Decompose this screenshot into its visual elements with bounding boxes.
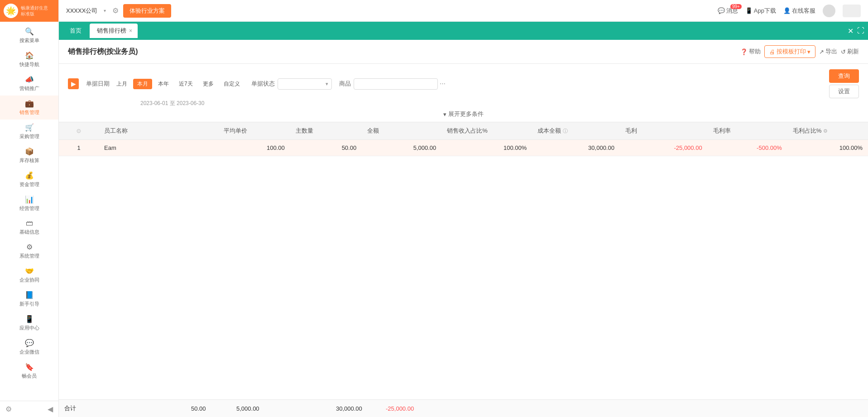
sidebar-item-快捷导航[interactable]: 🏠快捷导航 [0,48,58,72]
topbar-right: 💬 消息 99+ 📱 App下载 👤 在线客服 [718,5,861,17]
query-btn[interactable]: 查询 [829,69,859,83]
sidebar-item-畅会员[interactable]: 🔖畅会员 [0,359,58,383]
status-select[interactable] [278,78,332,90]
sidebar-item-新手引导[interactable]: 📘新手引导 [0,287,58,311]
app-download-btn[interactable]: 📱 App下载 [745,7,776,15]
sidebar-item-经营管理[interactable]: 📊经营管理 [0,192,58,216]
th-gross: 毛利 [620,122,708,140]
app-icon: 📱 [745,7,753,14]
status-filter: 单据状态 [251,78,332,90]
table-area: ⚙ 员工名称 平均单价 主数量 全额 销售收入占比% 成本全额 ⓘ 毛利 毛利率… [59,122,868,399]
date-this-btn[interactable]: 本月 [133,79,152,89]
tab-sales-ranking[interactable]: 销售排行榜 × [90,24,138,38]
goods-filter: 商品 ··· [339,78,446,90]
gpct-info-icon: ⚙ [823,128,828,134]
date-filter: 单据日期 上月 本月 本年 近7天 更多 自定义 [86,79,244,89]
footer-label: 合计 [64,404,155,412]
avatar[interactable] [823,5,835,17]
td-amount: 5,000.00 [362,140,441,156]
filter-bar: ▶ 单据日期 上月 本月 本年 近7天 更多 自定义 单据状态 [59,64,868,122]
th-avg: 平均单价 [218,122,290,140]
table-header-row: ⚙ 员工名称 平均单价 主数量 全额 销售收入占比% 成本全额 ⓘ 毛利 毛利率… [59,122,868,140]
page-header: 销售排行榜(按业务员) ❓ 帮助 🖨 按模板打印 ▾ ↗ 导出 ↺ 刷新 [59,40,868,64]
settings-gear-icon[interactable]: ⚙ [112,6,119,15]
goods-input-wrapper: ··· [354,78,446,90]
td-avg: 100.00 [218,140,290,156]
template-dropdown-icon: ▾ [807,48,810,55]
user-name-placeholder [843,5,861,17]
goods-input[interactable] [354,78,438,90]
sidebar-item-营销推广[interactable]: 📣营销推广 [0,72,58,96]
main-area: XXXXX公司 ▾ ⚙ 体验行业方案 💬 消息 99+ 📱 App下载 👤 在线… [59,0,868,417]
sidebar-item-基础信息[interactable]: 🗃基础信息 [0,216,58,239]
message-icon: 💬 [718,7,725,14]
sidebar-item-企业微信[interactable]: 💬企业微信 [0,335,58,359]
help-icon: ❓ [740,48,748,55]
content-area: 销售排行榜(按业务员) ❓ 帮助 🖨 按模板打印 ▾ ↗ 导出 ↺ 刷新 [59,40,868,417]
th-name: 员工名称 [99,122,218,140]
th-settings: ⚙ [59,122,99,140]
date-year-btn[interactable]: 本年 [154,79,173,89]
date-7-btn[interactable]: 近7天 [175,79,197,89]
tab-home[interactable]: 首页 [62,22,89,40]
date-prev-btn[interactable]: 上月 [112,79,131,89]
filter-row: ▶ 单据日期 上月 本月 本年 近7天 更多 自定义 单据状态 [68,69,859,98]
footer-gross: -25,000.00 [386,405,436,412]
tabbar: 首页 销售排行榜 × ✕ ⛶ [59,22,868,40]
goods-more-icon[interactable]: ··· [440,80,446,88]
settings-icon[interactable]: ⚙ [5,405,12,413]
topbar: XXXXX公司 ▾ ⚙ 体验行业方案 💬 消息 99+ 📱 App下载 👤 在线… [59,0,868,22]
th-qty: 主数量 [290,122,362,140]
sidebar-logo: 🌟 畅康通好生意 标准版 [0,0,58,22]
td-name: Eam [99,140,218,156]
date-more-btn[interactable]: 更多 [199,79,218,89]
sidebar-item-库存核算[interactable]: 📦库存核算 [0,144,58,168]
expand-more-btn[interactable]: ▾ 展开更多条件 [68,110,859,118]
column-settings-icon[interactable]: ⚙ [76,128,82,134]
refresh-icon: ↺ [841,48,846,55]
page-title: 销售排行榜(按业务员) [68,47,138,57]
table-footer: 合计 50.00 5,000.00 30,000.00 -25,000.00 [59,399,868,417]
sidebar-item-应用中心[interactable]: 📱应用中心 [0,311,58,335]
company-selector[interactable]: XXXXX公司 [66,7,97,15]
date-custom-btn[interactable]: 自定义 [220,79,244,89]
logo-icon: 🌟 [4,4,18,18]
sidebar-item-企业协同[interactable]: 🤝企业协同 [0,263,58,287]
td-no: 1 [59,140,99,156]
sidebar-item-系统管理[interactable]: ⚙系统管理 [0,239,58,263]
help-btn[interactable]: ❓ 帮助 [740,48,761,56]
template-print-btn[interactable]: 🖨 按模板打印 ▾ [764,45,815,58]
refresh-btn[interactable]: ↺ 刷新 [841,48,859,56]
online-service-btn[interactable]: 👤 在线客服 [783,7,815,15]
tabbar-expand-icon[interactable]: ⛶ [857,27,864,35]
footer-qty: 50.00 [191,405,236,412]
sidebar-item-搜索菜单[interactable]: 🔍搜索菜单 [0,24,58,48]
logo-text: 畅康通好生意 标准版 [21,5,48,17]
settings-btn[interactable]: 设置 [829,85,859,98]
td-rate: -500.00% [708,140,787,156]
th-amount: 全额 [362,122,441,140]
th-sales-pct: 销售收入占比% [441,122,532,140]
tab-close-icon[interactable]: × [129,28,132,34]
filter-toggle-btn[interactable]: ▶ [68,78,79,89]
goods-label: 商品 [339,80,351,88]
export-btn[interactable]: ↗ 导出 [819,48,837,56]
status-label: 单据状态 [251,80,275,88]
action-btns: 查询 设置 [829,69,859,98]
sidebar-nav: 🔍搜索菜单🏠快捷导航📣营销推广💼销售管理🛒采购管理📦库存核算💰资金管理📊经营管理… [0,22,58,401]
tabbar-close-icon[interactable]: ✕ [848,27,854,35]
status-select-wrapper [278,78,332,90]
sidebar-item-采购管理[interactable]: 🛒采购管理 [0,120,58,144]
export-icon: ↗ [819,48,824,55]
data-table: ⚙ 员工名称 平均单价 主数量 全额 销售收入占比% 成本全额 ⓘ 毛利 毛利率… [59,122,868,156]
company-dropdown-arrow: ▾ [104,8,106,13]
collapse-icon[interactable]: ◀ [48,405,53,413]
message-btn[interactable]: 💬 消息 99+ [718,7,738,15]
cost-info-icon: ⓘ [563,128,568,134]
td-sales-pct: 100.00% [441,140,532,156]
th-cost: 成本全额 ⓘ [532,122,620,140]
sidebar-item-销售管理[interactable]: 💼销售管理 [0,96,58,120]
trial-btn[interactable]: 体验行业方案 [123,4,171,18]
footer-cost: 30,000.00 [336,405,386,412]
sidebar-item-资金管理[interactable]: 💰资金管理 [0,168,58,192]
